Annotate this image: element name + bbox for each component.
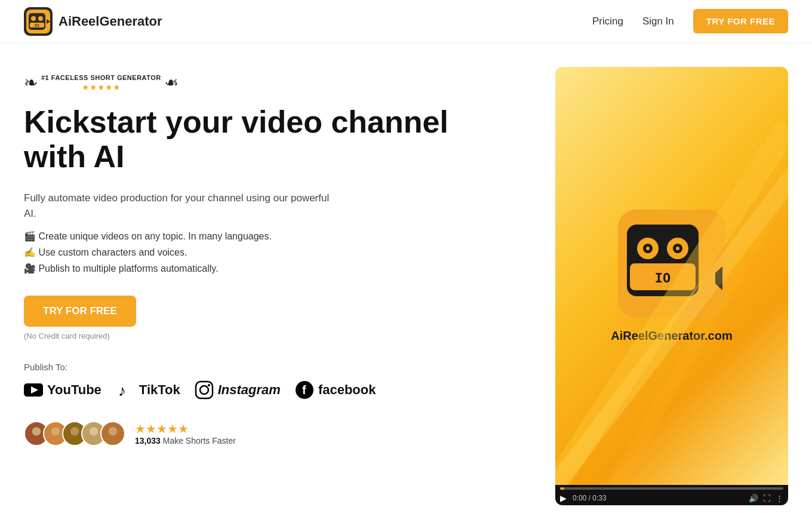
youtube-icon (24, 380, 43, 400)
logo-text: AiReelGenerator (59, 14, 162, 29)
hero-headline: Kickstart your video channel with AI (24, 105, 531, 174)
facebook-icon: f (295, 380, 314, 400)
svg-point-24 (109, 428, 117, 436)
svg-text:IO: IO (655, 271, 671, 285)
tiktok-icon: ♪ (116, 380, 135, 400)
svg-point-18 (51, 428, 60, 436)
svg-point-16 (32, 428, 41, 436)
right-column: IO AiReelGenerator.com ▶ 0:00 / 0:33 🔊 (555, 67, 788, 505)
platform-youtube: YouTube (24, 380, 102, 400)
svg-rect-11 (196, 382, 213, 398)
svg-point-23 (87, 437, 101, 445)
video-controls[interactable]: ▶ 0:00 / 0:33 🔊 ⛶ ⋮ (555, 485, 788, 505)
svg-point-25 (106, 437, 120, 445)
publish-to-label: Publish To: (24, 362, 531, 372)
no-credit-text: (No Credit card required) (24, 331, 531, 340)
svg-point-4 (38, 16, 43, 21)
youtube-label: YouTube (47, 382, 102, 398)
avatar (100, 421, 125, 446)
logo-icon: IO (24, 7, 53, 36)
tiktok-label: TikTok (139, 382, 180, 398)
feature-list: 🎬 Create unique videos on any topic. In … (24, 231, 531, 274)
svg-point-20 (70, 428, 79, 436)
proof-stars: ★★★★★ (135, 422, 236, 436)
video-wrapper: IO AiReelGenerator.com ▶ 0:00 / 0:33 🔊 (555, 67, 788, 505)
svg-point-22 (90, 428, 98, 436)
feature-item: ✍️ Use custom characters and voices. (24, 247, 531, 258)
svg-point-3 (31, 16, 36, 21)
social-proof: ★★★★★ 13,033 Make Shorts Faster (24, 421, 531, 446)
svg-point-21 (67, 437, 82, 445)
award-title: #1 FACELESS SHORT GENERATOR (41, 74, 161, 81)
progress-bar[interactable] (560, 487, 783, 490)
try-free-main-button[interactable]: TRY FOR FREE (24, 296, 136, 327)
svg-text:♪: ♪ (118, 382, 126, 400)
fullscreen-icon[interactable]: ⛶ (763, 494, 771, 503)
main-nav: Pricing Sign In TRY FOR FREE (592, 9, 788, 33)
video-brand-icon: IO (618, 210, 725, 317)
volume-icon[interactable]: 🔊 (749, 494, 758, 503)
laurel-right-icon: ❧ (165, 73, 179, 93)
svg-text:f: f (302, 383, 306, 397)
avatars (24, 421, 125, 446)
award-badge: ❧ #1 FACELESS SHORT GENERATOR ★★★★★ ❧ (24, 73, 531, 93)
video-display: IO AiReelGenerator.com (555, 67, 788, 485)
proof-count: 13,033 Make Shorts Faster (135, 436, 236, 446)
nav-pricing[interactable]: Pricing (592, 16, 623, 27)
svg-point-36 (676, 247, 679, 250)
main-content: ❧ #1 FACELESS SHORT GENERATOR ★★★★★ ❧ Ki… (0, 43, 812, 513)
feature-item: 🎥 Publish to multiple platforms automati… (24, 263, 531, 274)
platform-logos: YouTube ♪ TikTok Instagram (24, 380, 531, 400)
play-button[interactable]: ▶ (560, 493, 567, 503)
hero-subtext: Fully automate video production for your… (24, 191, 334, 221)
instagram-label: Instagram (218, 382, 281, 398)
platform-instagram: Instagram (195, 380, 281, 400)
platform-facebook: f facebook (295, 380, 376, 400)
svg-text:IO: IO (35, 23, 39, 27)
logo-area[interactable]: IO AiReelGenerator (24, 7, 162, 36)
instagram-icon (195, 380, 214, 400)
progress-fill (560, 487, 564, 490)
feature-item: 🎬 Create unique videos on any topic. In … (24, 231, 531, 242)
svg-point-13 (208, 384, 210, 386)
try-free-header-button[interactable]: TRY FOR FREE (693, 9, 788, 33)
platform-tiktok: ♪ TikTok (116, 380, 180, 400)
nav-signin[interactable]: Sign In (642, 16, 674, 27)
award-stars: ★★★★★ (41, 82, 161, 92)
svg-point-17 (29, 437, 44, 445)
facebook-label: facebook (318, 382, 376, 398)
more-options-icon[interactable]: ⋮ (776, 494, 783, 503)
laurel-left-icon: ❧ (24, 73, 38, 93)
svg-rect-39 (699, 269, 715, 285)
left-column: ❧ #1 FACELESS SHORT GENERATOR ★★★★★ ❧ Ki… (24, 67, 531, 446)
svg-point-33 (646, 247, 650, 250)
video-time: 0:00 / 0:33 (573, 494, 745, 502)
video-brand-text: AiReelGenerator.com (611, 329, 732, 343)
proof-text: ★★★★★ 13,033 Make Shorts Faster (135, 422, 236, 446)
svg-point-19 (48, 437, 63, 445)
svg-point-12 (200, 386, 208, 394)
